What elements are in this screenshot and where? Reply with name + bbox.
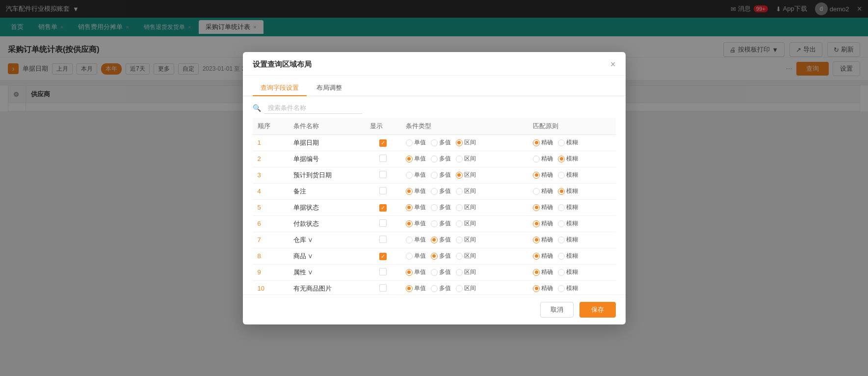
dialog: 设置查询区域布局 × 查询字段设置 布局调整 🔍 顺序 条件名称 显示 条件类型 (243, 52, 626, 112)
dialog-tab-layout[interactable]: 布局调整 (309, 81, 350, 96)
dialog-header: 设置查询区域布局 × (243, 52, 626, 76)
dialog-search-icon: 🔍 (253, 104, 261, 112)
modal-overlay: 设置查询区域布局 × 查询字段设置 布局调整 🔍 顺序 条件名称 显示 条件类型 (0, 0, 868, 111)
dialog-search-input[interactable] (264, 102, 362, 112)
dialog-close-btn[interactable]: × (610, 60, 616, 69)
dialog-tab-fields[interactable]: 查询字段设置 (253, 81, 307, 96)
dialog-title: 设置查询区域布局 (253, 60, 312, 69)
dialog-tabs: 查询字段设置 布局调整 (243, 76, 626, 96)
dialog-search-area: 🔍 (243, 96, 626, 112)
